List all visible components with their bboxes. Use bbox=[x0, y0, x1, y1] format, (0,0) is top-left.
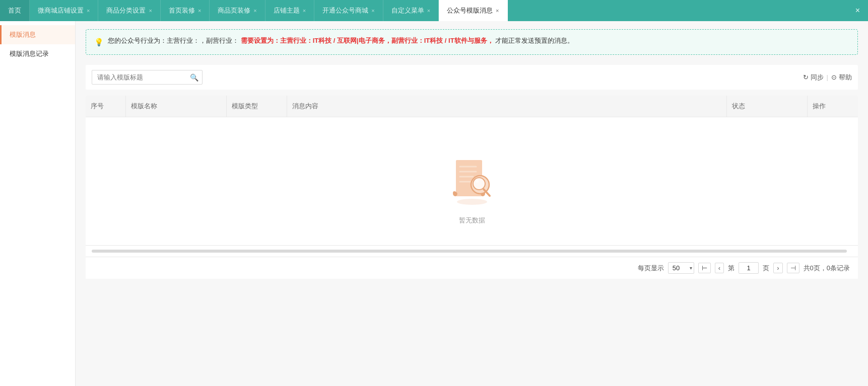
svg-point-0 bbox=[457, 199, 487, 205]
close-icon[interactable]: × bbox=[427, 8, 430, 14]
close-icon[interactable]: × bbox=[496, 8, 499, 14]
main-layout: 模版消息模版消息记录 💡 您的公众号行业为：主营行业：，副营行业： 需要设置为：… bbox=[0, 21, 868, 386]
divider: | bbox=[827, 73, 828, 81]
empty-state: 暂无数据 bbox=[86, 117, 858, 245]
notice-highlight: 需要设置为：主营行业：IT科技 / 互联网|电子商务，副营行业：IT科技 / I… bbox=[241, 37, 494, 44]
search-input[interactable] bbox=[92, 70, 203, 85]
table-header: 序号模版名称模版类型消息内容状态操作 bbox=[86, 96, 858, 117]
table-wrap: 序号模版名称模版类型消息内容状态操作 bbox=[86, 96, 858, 279]
bulb-icon: 💡 bbox=[94, 36, 104, 48]
svg-point-6 bbox=[473, 178, 485, 190]
horizontal-scrollbar[interactable] bbox=[92, 250, 847, 253]
sidebar: 模版消息模版消息记录 bbox=[0, 21, 76, 386]
search-area: 🔍 ↻ 同步 | ⊙ 帮助 bbox=[86, 65, 858, 90]
search-left: 🔍 bbox=[92, 70, 203, 85]
table-header-cell: 操作 bbox=[808, 96, 858, 117]
global-close-btn[interactable]: × bbox=[847, 0, 868, 21]
close-icon[interactable]: × bbox=[303, 8, 306, 14]
table-header-cell: 模版名称 bbox=[126, 96, 227, 117]
table-header-cell: 消息内容 bbox=[287, 96, 727, 117]
search-icon[interactable]: 🔍 bbox=[190, 73, 198, 82]
close-icon[interactable]: × bbox=[371, 8, 374, 14]
next-page-button[interactable]: › bbox=[773, 263, 782, 273]
empty-illustration bbox=[442, 147, 502, 208]
help-button[interactable]: ⊙ 帮助 bbox=[831, 73, 852, 82]
scrollbar-row bbox=[86, 245, 858, 257]
notice-box: 💡 您的公众号行业为：主营行业：，副营行业： 需要设置为：主营行业：IT科技 /… bbox=[86, 29, 858, 55]
sidebar-item[interactable]: 模版消息记录 bbox=[0, 44, 75, 63]
page-label-before: 第 bbox=[728, 264, 735, 273]
nav-item[interactable]: 自定义菜单× bbox=[383, 0, 439, 21]
nav-item[interactable]: 首页装修× bbox=[161, 0, 210, 21]
nav-item[interactable]: 店铺主题× bbox=[265, 0, 314, 21]
per-page-select-wrap: 50 20 100 ▾ bbox=[668, 262, 694, 274]
table-header-cell: 状态 bbox=[727, 96, 808, 117]
nav-item[interactable]: 商品分类设置× bbox=[98, 0, 160, 21]
sync-icon: ↻ bbox=[803, 73, 809, 81]
close-icon[interactable]: × bbox=[198, 8, 201, 14]
total-info: 共0页，0条记录 bbox=[804, 264, 850, 273]
per-page-label: 每页显示 bbox=[638, 264, 664, 273]
nav-item[interactable]: 公众号模版消息× bbox=[439, 0, 507, 21]
sync-button[interactable]: ↻ 同步 bbox=[803, 73, 824, 82]
nav-item[interactable]: 微商城店铺设置× bbox=[30, 0, 98, 21]
last-page-button[interactable]: ⊣ bbox=[787, 263, 799, 273]
top-nav: 首页微商城店铺设置×商品分类设置×首页装修×商品页装修×店铺主题×开通公众号商城… bbox=[0, 0, 868, 21]
close-icon[interactable]: × bbox=[149, 8, 152, 14]
empty-text: 暂无数据 bbox=[459, 216, 485, 225]
nav-item[interactable]: 首页 bbox=[0, 0, 30, 21]
page-number-input[interactable] bbox=[739, 262, 759, 274]
per-page-select[interactable]: 50 20 100 bbox=[668, 262, 694, 274]
svg-point-8 bbox=[476, 180, 479, 183]
first-page-button[interactable]: ⊢ bbox=[698, 263, 711, 273]
sidebar-item[interactable]: 模版消息 bbox=[0, 25, 75, 44]
close-icon[interactable]: × bbox=[253, 8, 256, 14]
table-header-cell: 序号 bbox=[86, 96, 126, 117]
table-header-cell: 模版类型 bbox=[227, 96, 287, 117]
search-right: ↻ 同步 | ⊙ 帮助 bbox=[803, 73, 852, 82]
close-icon[interactable]: × bbox=[87, 8, 90, 14]
nav-item[interactable]: 开通公众号商城× bbox=[314, 0, 383, 21]
prev-page-button[interactable]: ‹ bbox=[715, 263, 724, 273]
nav-item[interactable]: 商品页装修× bbox=[210, 0, 265, 21]
page-label-after: 页 bbox=[763, 264, 769, 273]
help-icon: ⊙ bbox=[831, 73, 837, 81]
notice-text: 您的公众号行业为：主营行业：，副营行业： 需要设置为：主营行业：IT科技 / 互… bbox=[108, 36, 574, 46]
search-input-wrap: 🔍 bbox=[92, 70, 203, 85]
content-area: 💡 您的公众号行业为：主营行业：，副营行业： 需要设置为：主营行业：IT科技 /… bbox=[76, 21, 868, 386]
pagination: 每页显示 50 20 100 ▾ ⊢ ‹ 第 页 › ⊣ 共0页，0条记录 bbox=[86, 257, 858, 279]
